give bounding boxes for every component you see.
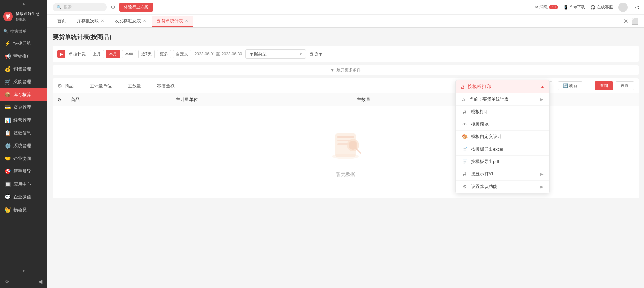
sidebar-item-purchase[interactable]: 🛒 采购管理 — [0, 75, 47, 88]
print-dropdown: 🖨 按模板打印 ▲ 🖨 当前：要货单统计表 ▶ 🖨 模板打印 👁 模板预览 — [455, 80, 550, 193]
dropdown-header-left: 🖨 按模板打印 — [460, 84, 491, 90]
dropdown-close-arrow-icon[interactable]: ▲ — [540, 84, 545, 89]
service-icon: 🎧 — [590, 5, 595, 10]
date-btn-custom[interactable]: 自定义 — [173, 50, 191, 58]
footer-collapse-icon[interactable]: ◀ — [38, 278, 42, 285]
sidebar-scroll-down[interactable]: ▼ — [0, 267, 47, 275]
system-icon: ⚙️ — [5, 143, 11, 149]
display-print-arrow-icon: ▶ — [540, 172, 543, 177]
date-btn-7days[interactable]: 近7天 — [138, 50, 155, 58]
topbar-app-download[interactable]: 📱 App下载 — [563, 4, 585, 10]
dropdown-current-item[interactable]: 🖨 当前：要货单统计表 ▶ — [456, 93, 549, 106]
dropdown-subitem-set-default-left: ⚙ 设置默认功能 — [462, 184, 497, 190]
expand-more-text: 展开更多条件 — [336, 67, 361, 73]
page-title: 要货单统计表(按商品) — [53, 33, 639, 41]
appstore-icon: 🔲 — [5, 181, 11, 187]
topbar-search[interactable]: 🔍 搜索 — [53, 3, 107, 11]
footer-settings-icon[interactable]: ⚙ — [5, 278, 9, 285]
dropdown-item-template-preview[interactable]: 👁 模板预览 — [456, 118, 549, 131]
sidebar-item-basic[interactable]: 📋 基础信息 — [0, 127, 47, 139]
tab-close-order-stats[interactable]: ✕ — [185, 19, 188, 23]
app-logo-icon: 畅 — [3, 12, 13, 21]
tab-home[interactable]: 首页 — [53, 16, 71, 27]
tab-close-receipt-summary[interactable]: ✕ — [143, 19, 146, 23]
page-content: 要货单统计表(按商品) ▶ 单据日期 上月 本月 本年 近7天 更多 自定义 2… — [47, 28, 644, 288]
topbar-online-service[interactable]: 🎧 在线客服 — [590, 4, 613, 10]
date-btn-this-year[interactable]: 本年 — [122, 50, 136, 58]
type-filter-select[interactable]: 单据类型 ▼ — [245, 49, 306, 59]
sidebar-item-member[interactable]: 👑 畅会员 — [0, 203, 47, 216]
filter-type-label: 单据类型 — [249, 51, 267, 57]
filter-date-options: 上月 本月 本年 近7天 更多 自定义 — [90, 50, 191, 58]
trial-industry-button[interactable]: 体验行业方案 — [119, 3, 153, 12]
date-btn-this-month[interactable]: 本月 — [106, 50, 120, 58]
refresh-button[interactable]: 🔄 刷新 — [558, 81, 582, 90]
marketing-icon: 📢 — [5, 53, 11, 59]
table-settings-icon[interactable]: ⚙ — [57, 83, 62, 89]
sidebar-item-inventory[interactable]: 📦 库存核算 — [0, 88, 47, 101]
sidebar-logo: 畅 畅康通好生意 标准版 — [0, 7, 47, 26]
filter-expand-btn[interactable]: ▶ — [57, 50, 65, 58]
sidebar-item-collab[interactable]: 🤝 企业协同 — [0, 152, 47, 165]
sidebar-item-guide[interactable]: 🎯 新手引导 — [0, 165, 47, 178]
sidebar: ▲ 畅 畅康通好生意 标准版 🔍 搜索菜单 ⚡ 快捷导航 📢 营销推广 💰 销售… — [0, 0, 47, 288]
basic-icon: 📋 — [5, 130, 11, 136]
sidebar-item-appstore[interactable]: 🔲 应用中心 — [0, 178, 47, 191]
export-pdf-icon: 📄 — [462, 159, 468, 164]
refresh-icon: 🔄 — [563, 83, 568, 88]
finance-icon: 💳 — [5, 104, 11, 110]
dropdown-item-export-pdf[interactable]: 📄 按模板导出pdf — [456, 156, 549, 168]
dropdown-header: 🖨 按模板打印 ▲ — [456, 80, 549, 93]
dropdown-subitem-set-default[interactable]: ⚙ 设置默认功能 ▶ — [456, 181, 549, 193]
query-button[interactable]: 查询 — [595, 81, 613, 90]
operation-icon: 📊 — [5, 117, 11, 123]
sidebar-item-system[interactable]: ⚙️ 系统管理 — [0, 139, 47, 152]
topbar-messages[interactable]: ✉ 消息 99+ — [535, 4, 558, 10]
wechat-icon: 💬 — [5, 194, 11, 200]
empty-illustration — [325, 127, 366, 167]
sidebar-item-operation[interactable]: 📊 经营管理 — [0, 114, 47, 127]
sidebar-scroll-up[interactable]: ▲ — [0, 0, 47, 7]
sidebar-search[interactable]: 🔍 搜索菜单 — [0, 26, 47, 37]
sidebar-item-marketing[interactable]: 📢 营销推广 — [0, 50, 47, 63]
toolbar-more-dots[interactable]: ··· — [585, 82, 592, 89]
tab-close-all-button[interactable]: ✕ — [623, 18, 628, 25]
settings-button[interactable]: 设置 — [616, 81, 634, 90]
tab-order-stats[interactable]: 要货单统计表 ✕ — [152, 16, 193, 27]
date-btn-more[interactable]: 更多 — [157, 50, 171, 58]
app-logo-text: 畅康通好生意 标准版 — [16, 11, 40, 22]
dropdown-subitem-display-print[interactable]: 🖨 按显示打印 ▶ — [456, 168, 549, 181]
sidebar-item-finance[interactable]: 💳 资金管理 — [0, 101, 47, 114]
dropdown-current-arrow-icon: ▶ — [540, 97, 543, 102]
svg-rect-2 — [337, 136, 354, 138]
sidebar-item-sales[interactable]: 💰 销售管理 — [0, 63, 47, 75]
dropdown-item-template-print[interactable]: 🖨 模板打印 — [456, 106, 549, 118]
main-area: 🔍 搜索 ⚙ 体验行业方案 ✉ 消息 99+ 📱 App下载 🎧 在线客服 Ri… — [47, 0, 644, 288]
user-name: Rit — [633, 5, 639, 10]
col-goods: 商品 — [66, 93, 171, 106]
user-avatar[interactable] — [618, 3, 628, 12]
template-print-icon: 🖨 — [462, 109, 468, 115]
yaohuo-filter-label: 要货单 — [310, 51, 323, 57]
collab-icon: 🤝 — [5, 156, 11, 162]
quick-nav-icon: ⚡ — [5, 40, 11, 46]
topbar-gear-icon[interactable]: ⚙ — [111, 4, 115, 10]
topbar-right: ✉ 消息 99+ 📱 App下载 🎧 在线客服 Rit — [535, 3, 639, 12]
dropdown-item-export-excel[interactable]: 📄 按模板导出excel — [456, 143, 549, 156]
sidebar-item-quick-nav[interactable]: ⚡ 快捷导航 — [0, 37, 47, 50]
dropdown-current-label: 🖨 当前：要货单统计表 — [462, 96, 509, 102]
date-btn-last-month[interactable]: 上月 — [90, 50, 104, 58]
topbar-search-icon: 🔍 — [57, 5, 62, 10]
data-table: ⚙ 商品 主计量单位 主数量 零售金额 — [53, 93, 639, 106]
tab-close-inventory-batch[interactable]: ✕ — [101, 19, 104, 23]
tab-maximize-button[interactable]: ⬜ — [631, 18, 639, 25]
dropdown-item-template-design[interactable]: 🎨 模板自定义设计 — [456, 131, 549, 143]
toolbar-qty-label: 主数量 — [128, 83, 141, 89]
sidebar-item-wechat[interactable]: 💬 企业微信 — [0, 191, 47, 203]
expand-more-bar[interactable]: ▼ 展开更多条件 — [53, 65, 639, 75]
sales-icon: 💰 — [5, 66, 11, 72]
tab-receipt-summary[interactable]: 收发存汇总表 ✕ — [110, 16, 151, 27]
inventory-icon: 📦 — [5, 92, 11, 98]
sidebar-footer: ⚙ ◀ — [0, 275, 47, 288]
tab-inventory-batch[interactable]: 库存批次账 ✕ — [72, 16, 109, 27]
